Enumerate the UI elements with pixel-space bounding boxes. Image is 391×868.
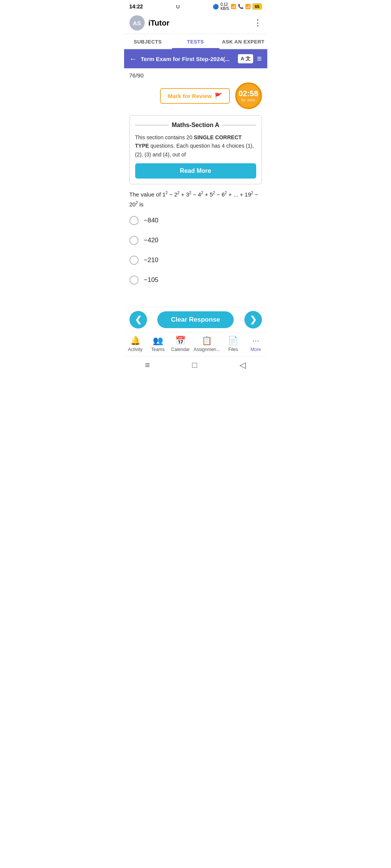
calendar-icon: 📅 — [175, 336, 186, 346]
activity-label: Activity — [128, 347, 142, 352]
next-question-button[interactable]: ❯ — [244, 311, 262, 329]
teams-label: Teams — [151, 347, 165, 352]
hamburger-menu-icon[interactable]: ≡ — [257, 54, 262, 64]
status-time: 14:22 — [129, 3, 143, 10]
tab-subjects[interactable]: SUBJECTS — [124, 34, 172, 48]
back-button[interactable]: ← — [129, 55, 137, 63]
option-d[interactable]: −105 — [129, 275, 262, 285]
files-icon: 📄 — [228, 336, 238, 346]
assignments-label: Assignmen... — [194, 347, 220, 352]
prev-question-button[interactable]: ❮ — [129, 311, 147, 329]
tab-bar: SUBJECTS TESTS ASK AN EXPERT — [124, 34, 267, 49]
android-home-icon[interactable]: □ — [192, 360, 197, 370]
option-c[interactable]: −210 — [129, 256, 262, 265]
teams-icon: 👥 — [153, 336, 163, 346]
bottom-action-bar: ❮ Clear Response ❯ — [124, 307, 267, 332]
exam-title: Term Exam for First Step-2024(... — [141, 56, 234, 62]
android-back-icon[interactable]: ◁ — [239, 360, 246, 370]
nav-item-calendar[interactable]: 📅 Calendar — [171, 336, 190, 352]
android-menu-icon[interactable]: ≡ — [145, 360, 150, 370]
option-a[interactable]: −840 — [129, 216, 262, 225]
data-speed: 0.12KB/S — [220, 2, 229, 11]
radio-c[interactable] — [129, 256, 139, 265]
read-more-button[interactable]: Read More — [135, 163, 256, 179]
activity-icon: 🔔 — [130, 336, 141, 346]
mark-review-label: Mark for Review — [168, 93, 212, 99]
bluetooth-icon: 🔵 — [213, 4, 219, 10]
nav-item-more[interactable]: ··· More — [246, 336, 265, 352]
radio-a[interactable] — [129, 216, 139, 225]
section-line-right — [222, 125, 256, 126]
more-icon: ··· — [252, 336, 259, 346]
avatar: AS — [129, 15, 145, 31]
section-title: Maths-Section A — [172, 122, 220, 129]
option-d-label: −105 — [144, 276, 158, 284]
clear-response-button[interactable]: Clear Response — [157, 311, 234, 328]
tab-ask-expert[interactable]: ASK AN EXPERT — [220, 34, 267, 48]
question-counter: 76/90 — [124, 68, 267, 79]
option-b[interactable]: −420 — [129, 236, 262, 245]
status-icons: 🔵 0.12KB/S 📶 📞 📶 65 — [213, 2, 262, 11]
more-menu-icon[interactable]: ⋮ — [254, 18, 262, 28]
exam-header: ← Term Exam for First Step-2024(... A 文 … — [124, 49, 267, 68]
options-list: −840 −420 −210 −105 — [124, 216, 267, 285]
question-text: The value of 12 − 22 + 32 − 42 + 52 − 62… — [129, 190, 262, 209]
radio-d[interactable] — [129, 275, 139, 285]
signal-icon: 📶 — [245, 4, 251, 9]
option-a-label: −840 — [144, 217, 158, 224]
nav-item-teams[interactable]: 👥 Teams — [148, 336, 167, 352]
timer-time: 02:58 — [239, 89, 258, 98]
status-carrier: U — [176, 4, 179, 10]
nav-item-files[interactable]: 📄 Files — [224, 336, 243, 352]
section-line-left — [135, 125, 169, 126]
app-header: AS iTutor ⋮ — [124, 12, 267, 34]
translate-button[interactable]: A 文 — [238, 54, 253, 63]
radio-b[interactable] — [129, 236, 139, 245]
flag-icon: 🚩 — [215, 92, 222, 100]
section-box: Maths-Section A This section contains 20… — [129, 115, 262, 184]
nav-item-assignments[interactable]: 📋 Assignmen... — [194, 336, 220, 352]
battery-icon: 65 — [252, 3, 262, 10]
timer: 02:58 hr min — [235, 82, 262, 109]
android-nav-bar: ≡ □ ◁ — [124, 356, 267, 372]
calendar-label: Calendar — [171, 347, 190, 352]
files-label: Files — [228, 347, 238, 352]
option-c-label: −210 — [144, 256, 158, 264]
app-title: iTutor — [149, 19, 254, 27]
assignments-icon: 📋 — [202, 336, 212, 346]
section-title-wrap: Maths-Section A — [135, 122, 256, 129]
phone-icon: 📞 — [238, 4, 244, 9]
mark-for-review-button[interactable]: Mark for Review 🚩 — [160, 88, 229, 104]
nav-item-activity[interactable]: 🔔 Activity — [126, 336, 145, 352]
option-b-label: −420 — [144, 237, 158, 244]
tab-tests[interactable]: TESTS — [172, 34, 220, 48]
timer-unit: hr min — [241, 98, 255, 102]
more-label: More — [250, 347, 261, 352]
status-bar: 14:22 U 🔵 0.12KB/S 📶 📞 📶 65 — [124, 0, 267, 12]
bottom-nav: 🔔 Activity 👥 Teams 📅 Calendar 📋 Assignme… — [124, 332, 267, 356]
wifi-icon: 📶 — [231, 4, 236, 9]
action-row: Mark for Review 🚩 02:58 hr min — [124, 79, 267, 113]
section-description: This section contains 20 SINGLE CORRECT … — [135, 133, 256, 159]
